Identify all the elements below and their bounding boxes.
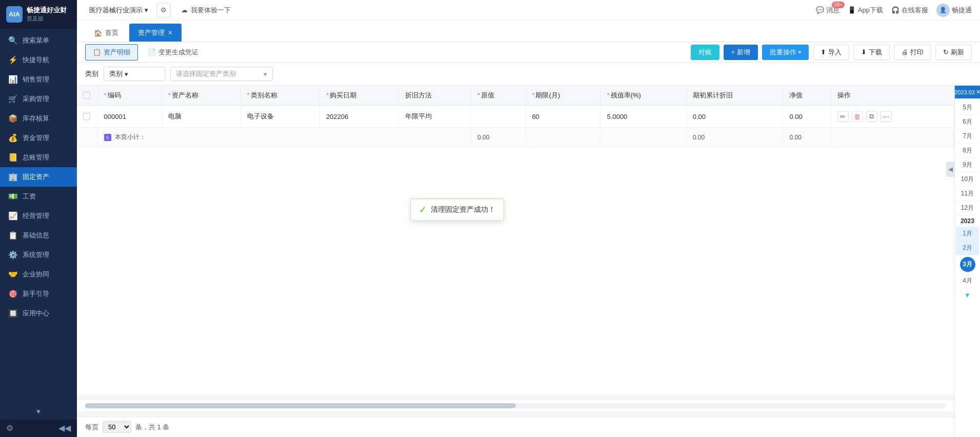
sidebar-item-payroll[interactable]: 💵 工资 <box>0 187 77 206</box>
select-all-checkbox[interactable] <box>83 92 90 99</box>
sidebar-item-search[interactable]: 🔍 搜索菜单 <box>0 31 77 50</box>
app-download-button[interactable]: 📱 App下载 <box>848 6 883 15</box>
tab-home[interactable]: 🏠 首页 <box>85 24 127 42</box>
category-select-arrow: ▾ <box>125 70 128 78</box>
td-net-value: 0.00 <box>783 106 831 128</box>
sidebar-scroll-down[interactable]: ▼ <box>0 405 77 419</box>
more-button[interactable]: ⋯ <box>881 111 892 122</box>
calendar-month-7[interactable]: 7月 <box>956 129 979 144</box>
sidebar-item-enterprise[interactable]: 🤝 企业协同 <box>0 265 77 284</box>
new-button[interactable]: + 新增 <box>724 45 758 60</box>
sidebar-item-quick-nav[interactable]: ⚡ 快捷导航 <box>0 50 77 70</box>
sidebar-item-guide[interactable]: 🎯 新手引导 <box>0 284 77 304</box>
print-button[interactable]: 🖨 打印 <box>894 45 931 60</box>
sidebar-item-inventory[interactable]: 📦 库存核算 <box>0 109 77 128</box>
page-body: *编码 *资产名称 *类别名称 *购买日期 折旧方法 *原值 *期限(月) *残… <box>77 86 954 437</box>
batch-ops-dropdown-icon: ▾ <box>798 49 801 55</box>
calendar-month-1[interactable]: 1月 <box>956 227 979 241</box>
calendar-month-8[interactable]: 8月 <box>956 144 979 158</box>
sub-tab-asset-detail[interactable]: 📋 资产明细 <box>85 44 138 61</box>
toast-message: 清理固定资产成功！ <box>431 205 495 214</box>
app-download-label: App下载 <box>858 6 883 15</box>
calendar-month-11[interactable]: 11月 <box>956 187 979 201</box>
calendar-month-12[interactable]: 12月 <box>956 201 979 215</box>
inventory-icon: 📦 <box>8 114 17 123</box>
content-area: 📋 资产明细 📄 变更生成凭证 对账 + 新增 批量操作 ▾ <box>77 42 980 437</box>
tab-asset-management[interactable]: 资产管理 ✕ <box>129 24 182 42</box>
calendar-close-icon[interactable]: ✕ <box>976 89 980 95</box>
th-purchase-date: *购买日期 <box>319 86 398 106</box>
app-name: 畅捷通好业财 <box>27 6 67 15</box>
edit-button[interactable]: ✏ <box>837 111 849 122</box>
sidebar-item-sales[interactable]: 📊 销售管理 <box>0 70 77 89</box>
sidebar-logo: AtA 畅捷通好业财 普及版 <box>0 0 77 29</box>
sidebar-item-label: 快捷导航 <box>23 55 49 65</box>
right-panel-toggle[interactable]: ◀ <box>946 162 954 177</box>
calendar-month-2[interactable]: 2月 <box>956 241 979 255</box>
category-select-value: 类别 <box>109 69 123 78</box>
row-checkbox[interactable] <box>83 113 90 120</box>
sidebar-bottom: ⚙ ◀◀ <box>0 419 77 437</box>
sidebar-item-label: 应用中心 <box>23 309 49 318</box>
basic-info-icon: 📋 <box>8 231 17 240</box>
th-checkbox <box>77 86 97 106</box>
batch-ops-label: 批量操作 <box>770 48 796 57</box>
experience-link[interactable]: ☁ 我要体验一下 <box>181 6 231 15</box>
sidebar-item-funds[interactable]: 💰 资金管理 <box>0 128 77 148</box>
subtotal-label: S 本页小计： <box>97 128 471 147</box>
batch-ops-button[interactable]: 批量操作 ▾ <box>762 45 809 60</box>
page-size-label: 每页 <box>85 423 98 432</box>
collapse-icon[interactable]: ◀◀ <box>58 423 71 433</box>
sidebar-item-basic-info[interactable]: 📋 基础信息 <box>0 226 77 245</box>
th-code: *编码 <box>97 86 162 106</box>
copy-button[interactable]: ⧉ <box>866 111 877 122</box>
download-label: 下载 <box>869 48 882 57</box>
sidebar-item-fixed-assets[interactable]: 🏢 固定资产 <box>0 167 77 187</box>
sub-tab-change-voucher[interactable]: 📄 变更生成凭证 <box>140 44 206 61</box>
tab-close-icon[interactable]: ✕ <box>168 29 173 36</box>
reconcile-button[interactable]: 对账 <box>691 45 719 60</box>
assets-table: *编码 *资产名称 *类别名称 *购买日期 折旧方法 *原值 *期限(月) *残… <box>77 86 954 147</box>
th-actions: 操作 <box>831 86 954 106</box>
category-type-input[interactable]: 请选择固定资产类别 ▾ <box>170 67 273 81</box>
online-service-button[interactable]: 🎧 在线客服 <box>891 6 928 15</box>
horizontal-scrollbar[interactable] <box>77 400 954 411</box>
td-actions: ✏ 🗑 ⧉ ⋯ <box>831 106 954 128</box>
calendar-month-3-current[interactable]: 3月 <box>960 257 975 272</box>
reconcile-label: 对账 <box>698 48 712 57</box>
print-icon: 🖨 <box>902 48 908 56</box>
calendar-month-6[interactable]: 6月 <box>956 115 979 129</box>
calendar-header[interactable]: 2023.03 ✕ <box>955 86 980 98</box>
sidebar-item-ledger[interactable]: 📒 总账管理 <box>0 148 77 167</box>
sidebar-item-label: 新手引导 <box>23 289 49 299</box>
user-menu[interactable]: 👤 畅捷通 <box>936 4 972 17</box>
settings-icon[interactable]: ⚙ <box>6 423 13 433</box>
sidebar-item-app-center[interactable]: 🔲 应用中心 <box>0 304 77 323</box>
settings-button[interactable]: ⚙ <box>156 3 171 17</box>
sidebar-item-system[interactable]: ⚙️ 系统管理 <box>0 245 77 265</box>
refresh-icon: ↻ <box>943 48 949 56</box>
calendar-month-9[interactable]: 9月 <box>956 158 979 172</box>
page-size-select[interactable]: 50 100 200 <box>103 421 131 433</box>
sidebar-item-label: 采购管理 <box>23 94 49 104</box>
sub-tab-asset-detail-label: 资产明细 <box>104 48 130 57</box>
company-selector[interactable]: 医疗器械行业演示 ▾ <box>85 4 152 17</box>
calendar-header-label: 2023.03 <box>954 89 975 95</box>
category-select[interactable]: 类别 ▾ <box>104 67 165 81</box>
calendar-month-5[interactable]: 5月 <box>956 101 979 115</box>
messages-button[interactable]: 💬 消息 99+ <box>816 6 839 15</box>
sidebar-item-operations[interactable]: 📈 经营管理 <box>0 206 77 226</box>
sidebar-item-purchase[interactable]: 🛒 采购管理 <box>0 89 77 109</box>
import-button[interactable]: ⬆ 导入 <box>813 45 849 60</box>
print-label: 打印 <box>910 48 924 57</box>
app-center-icon: 🔲 <box>8 309 17 318</box>
toast-notification: ✓ 清理固定资产成功！ <box>410 198 504 221</box>
system-icon: ⚙️ <box>8 250 17 260</box>
download-button[interactable]: ⬇ 下载 <box>853 45 890 60</box>
sidebar-item-label: 系统管理 <box>23 250 49 260</box>
calendar-month-4[interactable]: 4月 <box>956 274 979 288</box>
calendar-month-10[interactable]: 10月 <box>956 172 979 187</box>
refresh-button[interactable]: ↻ 刷新 <box>935 45 972 60</box>
calendar-expand-icon[interactable]: ▼ <box>961 288 974 302</box>
delete-button[interactable]: 🗑 <box>852 111 863 122</box>
